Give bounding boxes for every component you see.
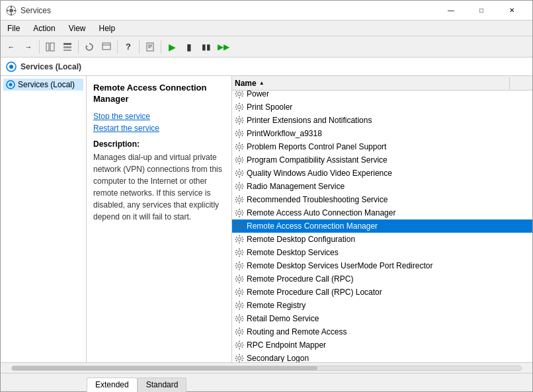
gear-icon xyxy=(235,274,244,284)
title-bar: Services — □ ✕ xyxy=(1,1,532,20)
svg-rect-4 xyxy=(7,10,9,11)
svg-rect-63 xyxy=(235,143,237,145)
show-hide-tree-button[interactable] xyxy=(42,39,58,55)
export-button[interactable] xyxy=(99,39,114,55)
svg-rect-78 xyxy=(239,176,240,177)
list-row[interactable]: Remote Desktop Configuration xyxy=(232,233,532,246)
list-row[interactable]: Remote Desktop Services UserMode Port Re… xyxy=(232,259,532,272)
svg-rect-89 xyxy=(243,186,244,187)
tab-extended[interactable]: Extended xyxy=(87,377,138,392)
svg-rect-133 xyxy=(235,252,237,253)
list-row[interactable]: Remote Access Connection Manager xyxy=(232,219,532,233)
svg-rect-118 xyxy=(241,227,243,229)
list-row[interactable]: Routing and Remote Access xyxy=(232,325,532,338)
forward-button[interactable]: → xyxy=(20,39,36,55)
svg-rect-71 xyxy=(243,159,244,161)
menu-file[interactable]: File xyxy=(1,22,26,34)
svg-rect-192 xyxy=(241,329,243,331)
svg-rect-189 xyxy=(235,329,237,331)
svg-rect-92 xyxy=(235,187,237,189)
menu-help[interactable]: Help xyxy=(93,22,122,34)
svg-rect-32 xyxy=(239,102,240,104)
svg-point-175 xyxy=(238,317,241,320)
list-row[interactable]: Power xyxy=(232,91,532,100)
svg-rect-74 xyxy=(235,161,237,163)
list-row[interactable]: Radio Management Service xyxy=(232,180,532,193)
tab-standard[interactable]: Standard xyxy=(138,377,187,392)
svg-rect-73 xyxy=(241,161,243,163)
list-row[interactable]: PrintWorkflow_a9318 xyxy=(232,127,532,140)
list-header: Name ▲ xyxy=(232,76,532,91)
restart-service-link[interactable]: Restart the service xyxy=(93,124,225,133)
help-button[interactable]: ? xyxy=(120,39,136,55)
service-name: RPC Endpoint Mapper xyxy=(247,340,326,350)
list-row[interactable]: Remote Desktop Services xyxy=(232,246,532,259)
header-name[interactable]: Name ▲ xyxy=(232,77,510,89)
list-row[interactable]: Quality Windows Audio Video Experience xyxy=(232,167,532,180)
scrollbar-thumb[interactable] xyxy=(12,366,317,370)
menu-action[interactable]: Action xyxy=(26,22,62,34)
gear-icon xyxy=(235,169,244,178)
back-button[interactable]: ← xyxy=(3,39,19,55)
list-row[interactable]: Problem Reports Control Panel Support xyxy=(232,140,532,153)
gear-icon xyxy=(235,301,244,310)
service-name-cell: Routing and Remote Access xyxy=(232,327,510,336)
maximize-button[interactable]: □ xyxy=(466,1,497,20)
svg-rect-26 xyxy=(243,93,244,95)
gear-icon xyxy=(235,142,244,151)
service-name: Remote Desktop Services xyxy=(247,248,339,257)
svg-marker-11 xyxy=(86,45,88,47)
svg-rect-164 xyxy=(235,293,237,295)
gear-icon xyxy=(235,314,244,323)
svg-rect-46 xyxy=(241,121,243,123)
list-row[interactable]: Printer Extensions and Notifications xyxy=(232,114,532,127)
gear-icon xyxy=(235,340,244,350)
list-row[interactable]: Remote Registry xyxy=(232,299,532,312)
list-row[interactable]: Remote Access Auto Connection Manager xyxy=(232,206,532,219)
svg-rect-101 xyxy=(235,200,237,202)
service-name: Printer Extensions and Notifications xyxy=(247,116,372,125)
stop-service-link[interactable]: Stop the service xyxy=(93,112,225,121)
svg-point-103 xyxy=(238,211,241,214)
svg-rect-137 xyxy=(235,253,237,255)
svg-rect-113 xyxy=(239,221,240,223)
services-list: Name ▲ Power Print Spoole xyxy=(232,76,532,362)
svg-rect-24 xyxy=(239,97,240,98)
svg-rect-155 xyxy=(235,280,237,282)
list-row[interactable]: Retail Demo Service xyxy=(232,312,532,325)
properties-button[interactable] xyxy=(142,39,158,55)
start-service-button[interactable]: ▶ xyxy=(164,39,180,55)
resume-service-button[interactable]: ▶▶ xyxy=(216,39,231,55)
list-row[interactable]: RPC Endpoint Mapper xyxy=(232,338,532,352)
scrollbar-track[interactable] xyxy=(11,366,522,371)
list-row[interactable]: Print Spooler xyxy=(232,100,532,114)
svg-rect-142 xyxy=(235,265,237,266)
svg-rect-132 xyxy=(239,255,240,256)
svg-rect-128 xyxy=(235,240,237,242)
service-name: Routing and Remote Access xyxy=(247,327,347,336)
horizontal-scrollbar[interactable] xyxy=(1,362,532,373)
service-name: Problem Reports Control Panel Support xyxy=(247,142,386,151)
close-button[interactable]: ✕ xyxy=(497,1,527,20)
refresh-button[interactable] xyxy=(81,39,97,55)
pause-service-button[interactable]: ▮▮ xyxy=(198,39,214,55)
service-name-cell: RPC Endpoint Mapper xyxy=(232,340,510,350)
list-row[interactable]: Remote Procedure Call (RPC) Locator xyxy=(232,286,532,299)
service-name-cell: Secondary Logon xyxy=(232,354,510,363)
svg-rect-194 xyxy=(239,340,240,342)
svg-rect-86 xyxy=(239,182,240,183)
status-bar: ExtendedStandard xyxy=(1,373,532,391)
list-row[interactable]: Program Compatibility Assistant Service xyxy=(232,153,532,167)
minimize-button[interactable]: — xyxy=(436,1,466,20)
menu-view[interactable]: View xyxy=(62,22,93,34)
list-row[interactable]: Remote Procedure Call (RPC) xyxy=(232,272,532,286)
list-row[interactable]: Recommended Troubleshooting Service xyxy=(232,193,532,206)
svg-point-49 xyxy=(238,132,241,135)
svg-rect-150 xyxy=(239,282,240,283)
list-row[interactable]: Secondary Logon xyxy=(232,352,532,362)
list-view-button[interactable] xyxy=(60,39,75,55)
svg-rect-176 xyxy=(239,314,240,315)
sidebar-item-services-local[interactable]: Services (Local) xyxy=(3,79,83,91)
stop-service-button[interactable]: ▮ xyxy=(181,39,197,55)
svg-rect-177 xyxy=(239,321,240,323)
